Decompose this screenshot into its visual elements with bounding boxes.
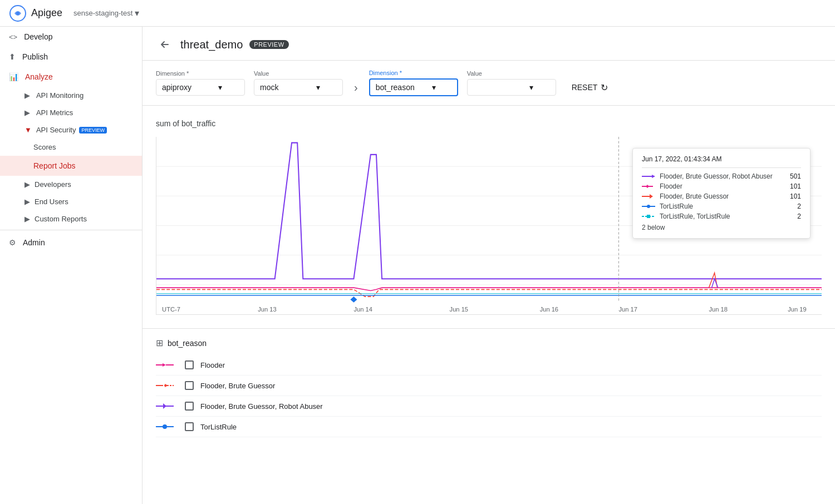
dim2-value: bot_reason: [376, 83, 415, 92]
sidebar-item-scores[interactable]: Scores: [0, 139, 142, 156]
legend-label-1: Flooder, Brute Guessor: [200, 382, 275, 390]
svg-text:Jun 17: Jun 17: [618, 305, 637, 312]
svg-text:Jun 15: Jun 15: [450, 305, 468, 312]
legend-checkbox-1[interactable]: [185, 381, 194, 390]
tooltip-row-3: TorListRule 2: [642, 201, 801, 211]
developers-expand: ▶: [24, 180, 30, 189]
sidebar-report-jobs-label: Report Jobs: [33, 161, 75, 170]
custom-reports-expand: ▶: [24, 215, 30, 223]
legend-line-0: [156, 360, 174, 369]
sidebar-item-api-metrics[interactable]: ▶ API Metrics: [0, 104, 142, 121]
tooltip-value-4: 2: [797, 213, 801, 220]
api-security-expand: ▼: [24, 126, 32, 134]
dimension1-select[interactable]: apiproxy ▾: [156, 79, 245, 96]
sidebar-end-users-label: End Users: [35, 197, 68, 206]
svg-marker-22: [650, 194, 653, 199]
tooltip-legend-0: [642, 173, 655, 180]
page-header: threat_demo PREVIEW: [143, 27, 835, 61]
sidebar-api-security-label: API Security: [36, 126, 76, 134]
svg-marker-34: [163, 403, 166, 409]
sidebar-item-end-users[interactable]: ▶ End Users: [0, 193, 142, 210]
chart-container: UTC-7 Jun 13 Jun 14 Jun 15 Jun 16 Jun 17…: [156, 137, 822, 315]
val1-value: mock: [260, 83, 297, 92]
legend-title-text: bot_reason: [168, 339, 207, 348]
dim2-dropdown-icon: ▾: [417, 83, 451, 92]
api-monitoring-expand: ▶: [24, 91, 30, 100]
org-selector[interactable]: sense-staging-test ▾: [73, 8, 139, 18]
tooltip-legend-2: [642, 193, 655, 200]
page-title: threat_demo: [180, 38, 243, 51]
dim1-value: apiproxy: [162, 83, 199, 92]
svg-rect-26: [647, 215, 650, 218]
main-content: threat_demo PREVIEW Dimension * apiproxy…: [143, 27, 835, 504]
tooltip-label-1: Flooder: [660, 182, 785, 190]
legend-line-3: [156, 422, 174, 431]
chart-title: sum of bot_traffic: [156, 119, 822, 128]
val1-dropdown-icon: ▾: [299, 83, 337, 92]
sidebar-develop-label: Develop: [24, 32, 52, 41]
chart-tooltip: Jun 17, 2022, 01:43:34 AM Flooder, Brute…: [632, 148, 811, 239]
legend-swatch-0: [156, 360, 174, 369]
tooltip-separator: [642, 167, 801, 168]
value2-select[interactable]: ▾: [467, 79, 556, 96]
sidebar-custom-reports-label: Custom Reports: [35, 215, 87, 223]
dimension1-group: Dimension * apiproxy ▾: [156, 70, 245, 96]
legend-checkbox-2[interactable]: [185, 402, 194, 411]
sidebar-publish-label: Publish: [22, 52, 48, 61]
svg-marker-16: [350, 297, 357, 303]
sidebar-item-analyze[interactable]: 📊 Analyze: [0, 67, 142, 87]
svg-marker-18: [652, 175, 655, 178]
dim2-label: Dimension *: [369, 70, 458, 76]
sidebar-scores-label: Scores: [33, 143, 56, 151]
filter-bar: Dimension * apiproxy ▾ Value mock ▾ › Di…: [143, 61, 835, 106]
value2-group: Value ▾: [467, 70, 556, 96]
admin-icon: ⚙: [9, 238, 16, 247]
legend-checkbox-3[interactable]: [185, 422, 194, 431]
legend-swatch-2: [156, 402, 174, 411]
dim1-dropdown-icon: ▾: [202, 83, 239, 92]
sidebar-item-publish[interactable]: ⬆ Publish: [0, 47, 142, 67]
analyze-icon: 📊: [9, 72, 18, 81]
legend-title: ⊞ bot_reason: [156, 338, 822, 348]
chart-section: sum of bot_traffic: [143, 106, 835, 328]
svg-text:Jun 18: Jun 18: [709, 305, 727, 312]
value1-select[interactable]: mock ▾: [254, 79, 343, 96]
svg-text:Jun 13: Jun 13: [258, 305, 276, 312]
reset-label: RESET: [572, 83, 598, 92]
legend-grid-icon: ⊞: [156, 338, 163, 348]
app-name: Apigee: [31, 7, 62, 19]
sidebar-item-developers[interactable]: ▶ Developers: [0, 176, 142, 193]
svg-text:Jun 16: Jun 16: [540, 305, 558, 312]
develop-icon: <>: [9, 33, 17, 41]
dimension2-select[interactable]: bot_reason ▾: [369, 78, 458, 96]
svg-point-24: [647, 205, 650, 208]
sidebar-analyze-label: Analyze: [25, 72, 53, 81]
sidebar-item-api-security[interactable]: ▼ API Security PREVIEW: [0, 121, 142, 139]
tooltip-row-4: TorListRule, TorListRule 2: [642, 211, 801, 221]
svg-point-36: [163, 424, 167, 429]
tooltip-value-0: 501: [790, 172, 801, 180]
chain-arrow-icon: ›: [354, 81, 358, 94]
legend-item-3: TorListRule: [156, 417, 822, 437]
legend-label-3: TorListRule: [200, 423, 237, 431]
sidebar-item-api-monitoring[interactable]: ▶ API Monitoring: [0, 87, 142, 104]
val2-label: Value: [467, 70, 556, 77]
tooltip-date: Jun 17, 2022, 01:43:34 AM: [642, 155, 801, 163]
sidebar-item-report-jobs[interactable]: Report Jobs: [0, 156, 142, 176]
reset-button[interactable]: RESET ↻: [565, 79, 615, 96]
tooltip-label-4: TorListRule, TorListRule: [660, 213, 793, 220]
sidebar-admin-label: Admin: [23, 238, 45, 247]
legend-checkbox-0[interactable]: [185, 360, 194, 369]
org-dropdown-icon: ▾: [135, 8, 139, 18]
end-users-expand: ▶: [24, 197, 30, 206]
val2-dropdown-icon: ▾: [513, 83, 550, 92]
sidebar-item-develop[interactable]: <> Develop: [0, 27, 142, 47]
reset-icon: ↻: [601, 82, 608, 93]
page-preview-badge: PREVIEW: [249, 40, 288, 49]
sidebar-item-custom-reports[interactable]: ▶ Custom Reports: [0, 210, 142, 228]
api-metrics-expand: ▶: [24, 108, 30, 117]
legend-line-2: [156, 402, 174, 411]
tooltip-value-3: 2: [797, 202, 801, 210]
sidebar-item-admin[interactable]: ⚙ Admin: [0, 233, 142, 253]
back-button[interactable]: [156, 36, 174, 53]
